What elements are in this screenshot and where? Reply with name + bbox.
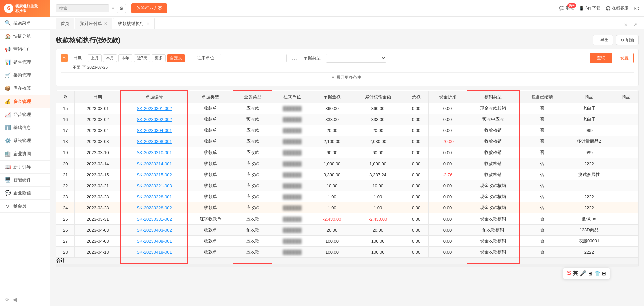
- partner-input[interactable]: [220, 54, 287, 62]
- messages-button[interactable]: 💬 消息 99+: [559, 5, 574, 11]
- tab-maximize-btn[interactable]: ⤢: [632, 21, 639, 29]
- cell-seq: 24: [56, 202, 75, 213]
- filter-settings-btn[interactable]: 设置: [615, 53, 634, 63]
- table-row: 24 2023-03-28 SK-20230328-002 收款单 应收款 ██…: [56, 202, 638, 213]
- sidebar-item-marketing[interactable]: 📢 营销推广: [0, 43, 50, 56]
- search-input[interactable]: [56, 4, 109, 12]
- cell-doc-type: 收款单: [187, 158, 233, 169]
- cell-include-settled: 否: [519, 158, 565, 169]
- cell-biz-type: 应收款: [233, 202, 272, 213]
- sidebar-item-hardware[interactable]: 🖥️ 智能硬件: [0, 174, 50, 187]
- cell-amount: 20.00: [312, 225, 352, 236]
- export-button[interactable]: ↑ 导出: [593, 35, 614, 45]
- cell-date: 2023-03-31: [75, 213, 121, 225]
- sidebar-item-enterprise[interactable]: 🏢 企业协同: [0, 147, 50, 161]
- cell-doc-type: 收款单: [187, 125, 233, 136]
- cell-include-settled: 否: [519, 114, 565, 125]
- cell-biz-type: 应收款: [233, 213, 272, 225]
- cell-balance: 0.00: [404, 202, 428, 213]
- cell-date: 2023-03-02: [75, 114, 121, 125]
- this-year-btn[interactable]: 本年: [118, 54, 132, 62]
- receipt-type-select[interactable]: [326, 54, 386, 63]
- sidebar-item-finance[interactable]: 💰 资金管理: [0, 95, 50, 108]
- sidebar-item-search[interactable]: 🔍 搜索菜单: [0, 17, 50, 30]
- date-range-display: 不限 至 2023-07-26: [73, 65, 108, 70]
- cell-include-settled: 否: [519, 247, 565, 258]
- sidebar-item-inventory[interactable]: 📦 库存核算: [0, 82, 50, 95]
- this-month-btn[interactable]: 本月: [103, 54, 117, 62]
- cell-biz-type: 预收款: [233, 114, 272, 125]
- main-area: ▾ ⚙ 体验行业方案 💬 消息 99+ 📱 App下载 🎧 在线客服 Rit: [50, 0, 644, 306]
- cell-doc-no: SK-20230403-002: [121, 225, 187, 236]
- table-row: 23 2023-03-28 SK-20230328-001 收款单 应收款 ██…: [56, 191, 638, 202]
- cell-date: 2023-03-04: [75, 125, 121, 136]
- cell-write-off: 1,000.00: [352, 158, 404, 169]
- sidebar-collapse-btn[interactable]: ◀: [13, 296, 17, 303]
- cell-goods: 多计量商品2: [565, 136, 613, 147]
- sidebar-item-system[interactable]: ⚙️ 系统管理: [0, 134, 50, 147]
- settings-icon-btn[interactable]: ⚙: [117, 4, 126, 13]
- tab-payment-verify[interactable]: 收款核销执行 ✕: [113, 18, 155, 29]
- online-service-button[interactable]: 🎧 在线客服: [606, 5, 628, 11]
- horizontal-scrollbar[interactable]: [56, 264, 638, 267]
- cell-write-off-type: 现金收款核销: [467, 236, 519, 247]
- sidebar-item-purchase[interactable]: 🛒 采购管理: [0, 69, 50, 82]
- user-name[interactable]: Rit: [634, 6, 639, 11]
- footer-write-off: [352, 258, 404, 264]
- tab-pending-payment[interactable]: 预计应付单 ✕: [75, 18, 112, 29]
- table-row: 16 2023-03-02 SK-20230302-002 收款单 预收款 ██…: [56, 114, 638, 125]
- cell-balance: 0.00: [404, 158, 428, 169]
- col-partner: 往来单位: [272, 91, 312, 103]
- tab-close-verify[interactable]: ✕: [146, 21, 150, 26]
- sidebar-item-quicknav[interactable]: 🏠 快捷导航: [0, 30, 50, 43]
- cell-amount: 1.00: [312, 191, 352, 202]
- cell-write-off: 100.00: [352, 236, 404, 247]
- cell-goods: 老白干: [565, 114, 613, 125]
- col-settings[interactable]: ⚙: [56, 91, 75, 103]
- cell-include-settled: 否: [519, 202, 565, 213]
- cell-write-off: 10.00: [352, 180, 404, 191]
- sidebar-item-basic[interactable]: ℹ️ 基础信息: [0, 121, 50, 134]
- last-7days-btn[interactable]: 近7天: [134, 54, 150, 62]
- cell-discount: 0.00: [428, 202, 467, 213]
- custom-date-btn[interactable]: 自定义: [167, 54, 185, 62]
- cell-write-off: 60.00: [352, 147, 404, 158]
- sidebar-item-member[interactable]: V 畅会员: [0, 200, 50, 213]
- expand-more-btn[interactable]: ▾ 展开更多条件: [61, 72, 634, 82]
- page-content: 收款核销执行(按收款) ↑ 导出 ↺ 刷新 » 日期 上月 本月: [50, 29, 644, 306]
- sidebar-item-wechat[interactable]: 💬 企业微信: [0, 187, 50, 200]
- cell-seq: 25: [56, 213, 75, 225]
- refresh-button[interactable]: ↺ 刷新: [616, 35, 639, 45]
- data-table: ⚙ 日期 单据编号 单据类型 业务类型 往来单位 单据金额 累计核销金额 余额 …: [56, 90, 638, 264]
- tab-home[interactable]: 首页: [56, 18, 74, 29]
- tab-close-pending[interactable]: ✕: [104, 21, 107, 26]
- cell-balance: 0.00: [404, 169, 428, 180]
- app-download-button[interactable]: 📱 App下载: [579, 5, 600, 11]
- col-goods2: 商品: [613, 91, 638, 103]
- filter-toggle-btn[interactable]: »: [61, 54, 68, 62]
- tab-close-all-btn[interactable]: ✕: [623, 21, 629, 29]
- cell-goods: 999: [565, 125, 613, 136]
- sidebar-item-guide[interactable]: 📖 新手引导: [0, 161, 50, 174]
- cell-seq: 19: [56, 147, 75, 158]
- search-button[interactable]: 查询: [590, 53, 612, 63]
- footer-goods2: [613, 258, 638, 264]
- cell-include-settled: 否: [519, 225, 565, 236]
- cell-discount: 0.00: [428, 236, 467, 247]
- watermark-logo: S: [567, 270, 571, 277]
- more-date-btn[interactable]: 更多: [152, 54, 166, 62]
- cell-biz-type: 应收款: [233, 125, 272, 136]
- cell-balance: 0.00: [404, 236, 428, 247]
- solution-button[interactable]: 体验行业方案: [131, 3, 167, 13]
- cell-discount: 0.00: [428, 191, 467, 202]
- sidebar-item-sales[interactable]: 📊 销售管理: [0, 56, 50, 69]
- watermark-grid: ⊞: [588, 271, 592, 276]
- sidebar-settings-btn[interactable]: ⚙: [5, 296, 9, 303]
- footer-write-off-type: [467, 258, 519, 264]
- sidebar-item-operation[interactable]: 📈 经营管理: [0, 108, 50, 121]
- cell-date: 2023-04-08: [75, 236, 121, 247]
- last-month-btn[interactable]: 上月: [88, 54, 102, 62]
- cell-write-off: 360.00: [352, 103, 404, 114]
- footer-settled: [519, 258, 565, 264]
- col-doc-no: 单据编号: [121, 91, 187, 103]
